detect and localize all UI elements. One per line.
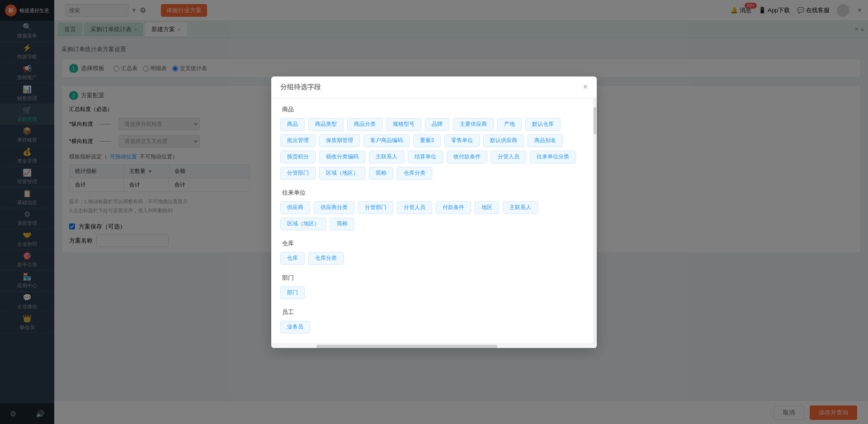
horizontal-scroll-thumb: [316, 345, 497, 348]
field-tag[interactable]: 默认供应商: [483, 134, 524, 147]
field-tag[interactable]: 商品别名: [528, 134, 563, 147]
field-tag[interactable]: 税收分类编码: [319, 151, 365, 163]
field-tag[interactable]: 保质期管理: [319, 134, 360, 147]
field-tag[interactable]: 品牌: [425, 118, 449, 131]
section-warehouse: 仓库 仓库 仓库分类: [280, 239, 584, 265]
field-tag[interactable]: 业务员: [280, 321, 310, 333]
modal-overlay: 分组待选字段 × 商品 商品 商品类型 商品分类 规格型号 品牌 主要供应商 产…: [0, 0, 868, 424]
field-tag[interactable]: 简称: [369, 167, 393, 180]
field-tag[interactable]: 地区: [475, 201, 499, 214]
section-product-title: 商品: [280, 105, 584, 114]
field-tag[interactable]: 批次管理: [280, 134, 316, 147]
field-tag[interactable]: 零售单位: [444, 134, 480, 147]
section-department: 部门 部门: [280, 274, 584, 299]
field-tag[interactable]: 分管人员: [397, 201, 432, 214]
modal-dialog: 分组待选字段 × 商品 商品 商品类型 商品分类 规格型号 品牌 主要供应商 产…: [271, 76, 597, 348]
modal-header: 分组待选字段 ×: [271, 76, 597, 98]
field-tag[interactable]: 仓库分类: [397, 167, 432, 180]
section-department-title: 部门: [280, 274, 584, 282]
section-partner: 往来单位 供应商 供应商分类 分管部门 分管人员 付款条件 地区 主联系人 区域…: [280, 189, 584, 230]
modal-close-btn[interactable]: ×: [583, 82, 588, 92]
modal-content-area: 商品 商品 商品类型 商品分类 规格型号 品牌 主要供应商 产地 默认仓库 批次…: [271, 98, 597, 343]
field-tag[interactable]: 产地: [497, 118, 522, 131]
field-tag[interactable]: 往来单位分类: [530, 151, 576, 163]
field-tag[interactable]: 收付款条件: [447, 151, 487, 163]
field-tag[interactable]: 简称: [330, 218, 354, 230]
field-tag[interactable]: 部门: [280, 286, 305, 299]
field-tag[interactable]: 主要供应商: [453, 118, 494, 131]
field-tag[interactable]: 客户商品编码: [363, 134, 410, 147]
section-employee: 员工 业务员: [280, 308, 584, 333]
field-tag[interactable]: 结算单位: [408, 151, 443, 163]
field-tag[interactable]: 商品: [280, 118, 305, 131]
modal-body: 商品 商品 商品类型 商品分类 规格型号 品牌 主要供应商 产地 默认仓库 批次…: [271, 98, 593, 343]
field-tag[interactable]: 分管部门: [358, 201, 393, 214]
field-tag[interactable]: 主联系人: [503, 201, 538, 214]
field-tag[interactable]: 区域（地区）: [319, 167, 365, 180]
field-tag[interactable]: 供应商分类: [314, 201, 354, 214]
section-partner-title: 往来单位: [280, 189, 584, 197]
field-tag[interactable]: 区域（地区）: [280, 218, 326, 230]
field-tag[interactable]: 仓库: [280, 252, 305, 265]
product-fields-grid: 商品 商品类型 商品分类 规格型号 品牌 主要供应商 产地 默认仓库 批次管理 …: [280, 118, 584, 180]
field-tag[interactable]: 规格型号: [386, 118, 421, 131]
warehouse-fields-grid: 仓库 仓库分类: [280, 252, 584, 265]
field-tag[interactable]: 主联系人: [369, 151, 404, 163]
field-tag[interactable]: 商品分类: [347, 118, 382, 131]
field-tag[interactable]: 分管部门: [280, 167, 316, 180]
department-fields-grid: 部门: [280, 286, 584, 299]
field-tag[interactable]: 分管人员: [491, 151, 526, 163]
field-tag[interactable]: 仓库分类: [308, 252, 344, 265]
scrollbar-thumb: [594, 107, 596, 134]
field-tag[interactable]: 付款条件: [436, 201, 471, 214]
modal-horizontal-scrollbar[interactable]: [271, 343, 597, 348]
field-tag[interactable]: 商品类型: [308, 118, 344, 131]
partner-fields-grid: 供应商 供应商分类 分管部门 分管人员 付款条件 地区 主联系人 区域（地区） …: [280, 201, 584, 230]
employee-fields-grid: 业务员: [280, 321, 584, 333]
modal-scrollbar[interactable]: [593, 98, 597, 343]
section-warehouse-title: 仓库: [280, 239, 584, 248]
field-tag[interactable]: 重量3: [413, 134, 441, 147]
field-tag[interactable]: 拣货积分: [280, 151, 316, 163]
section-product: 商品 商品 商品类型 商品分类 规格型号 品牌 主要供应商 产地 默认仓库 批次…: [280, 105, 584, 180]
field-tag[interactable]: 默认仓库: [525, 118, 561, 131]
field-tag[interactable]: 供应商: [280, 201, 310, 214]
modal-title: 分组待选字段: [280, 83, 321, 91]
section-employee-title: 员工: [280, 308, 584, 316]
